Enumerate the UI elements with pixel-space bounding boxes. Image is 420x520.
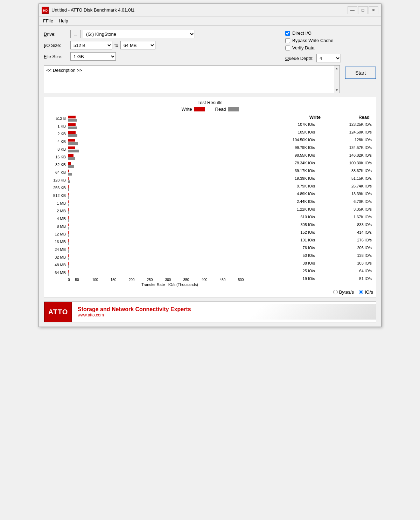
radio-group: Bytes/s IO/s (333, 289, 373, 295)
verify-data-checkbox[interactable] (285, 46, 290, 50)
write-bar (68, 146, 75, 149)
test-results-title: Test Results (47, 100, 373, 105)
read-bar (68, 173, 72, 176)
data-read-value: 1.67K IO/s (330, 215, 372, 219)
menu-bar: FFile Help (39, 16, 381, 26)
data-write-value: 2.44K IO/s (276, 199, 315, 204)
data-row: 50 IO/s138 IO/s (275, 252, 373, 259)
bar-label: 512 B (47, 116, 68, 121)
bytes-radio[interactable] (333, 290, 338, 294)
data-write-value: 76 IO/s (276, 246, 315, 250)
write-bar (68, 123, 76, 126)
data-write-value: 1.22K IO/s (276, 207, 315, 211)
menu-file[interactable]: FFile (40, 17, 56, 25)
bypass-write-cache-row: Bypass Write Cache (285, 38, 376, 43)
file-size-select[interactable]: 1 GB (70, 52, 116, 61)
write-bar (68, 239, 69, 242)
bypass-write-cache-checkbox[interactable] (285, 38, 290, 43)
read-bar (68, 134, 77, 137)
data-row: 152 IO/s414 IO/s (275, 228, 373, 236)
io-size-from-select[interactable]: 512 B (70, 41, 112, 49)
verify-data-row: Verify Data (285, 45, 376, 50)
start-button[interactable]: Start (345, 67, 376, 79)
bars-container (68, 176, 272, 184)
bars-container (68, 238, 272, 246)
bar-row: 16 MB (47, 238, 272, 246)
data-rows-container: 107K IO/s123.25K IO/s105K IO/s124.50K IO… (275, 121, 373, 282)
direct-io-label[interactable]: Direct I/O (292, 30, 312, 36)
data-table-header: Write Read (275, 115, 373, 120)
bar-label: 8 KB (47, 147, 68, 151)
maximize-button[interactable]: □ (358, 6, 368, 14)
chart-inner: 512 B1 KB2 KB4 KB8 KB16 KB32 KB64 KB128 … (47, 115, 272, 276)
footer-banner: ATTO Storage and Network Connectivity Ex… (44, 301, 376, 322)
queue-depth-select[interactable]: 4 (316, 54, 341, 62)
read-bar (68, 204, 69, 206)
data-read-value: 51.15K IO/s (330, 176, 372, 180)
data-write-value: 98.55K IO/s (276, 153, 315, 157)
read-bar (68, 165, 74, 168)
write-legend-color (194, 107, 205, 111)
x-axis: 050100150200250300350400450500 (68, 278, 272, 282)
data-write-value: 19.39K IO/s (276, 176, 315, 180)
read-legend-item: Read (215, 107, 239, 112)
data-read-value: 51 IO/s (330, 276, 372, 281)
x-tick: 50 (68, 278, 86, 282)
bar-row: 512 KB (47, 192, 272, 199)
minimize-button[interactable]: — (348, 6, 357, 14)
x-axis-title: Transfer Rate - IO/s (Thousands) (68, 282, 272, 287)
bar-label: 2 MB (47, 209, 68, 213)
bars-container (68, 253, 272, 261)
atto-logo-text: ATTO (48, 308, 68, 316)
io-size-row: I/O Size: 512 B to 64 MB (44, 41, 278, 49)
browse-button[interactable]: ... (70, 30, 81, 38)
bars-container (68, 115, 272, 122)
menu-help[interactable]: Help (56, 17, 71, 25)
chart-and-data: 512 B1 KB2 KB4 KB8 KB16 KB32 KB64 KB128 … (47, 115, 373, 287)
write-bar (68, 270, 69, 273)
title-bar: HD Untitled - ATTO Disk Benchmark 4.01.0… (39, 4, 381, 16)
scroll-up-arrow[interactable]: ▲ (335, 66, 339, 70)
atto-tagline: Storage and Network Connectivity Experts… (72, 304, 376, 320)
drive-select[interactable]: (G:) KingStone (83, 30, 195, 38)
verify-data-label[interactable]: Verify Data (292, 45, 315, 50)
io-size-to-select[interactable]: 64 MB (120, 41, 155, 49)
ios-radio[interactable] (359, 290, 363, 294)
bars-container (68, 192, 272, 199)
data-row: 19.39K IO/s51.15K IO/s (275, 175, 373, 182)
data-write-value: 152 IO/s (276, 230, 315, 234)
direct-io-checkbox[interactable] (285, 31, 290, 36)
bar-row: 4 KB (47, 138, 272, 145)
data-read-value: 3.35K IO/s (330, 207, 372, 211)
data-write-value: 25 IO/s (276, 269, 315, 273)
bar-row: 2 KB (47, 130, 272, 138)
bars-container (68, 169, 272, 176)
description-box[interactable]: << Description >> ▲ ▼ (44, 65, 340, 93)
write-bar (68, 208, 69, 211)
data-row: 38 IO/s103 IO/s (275, 259, 373, 267)
left-controls: Drive: ... (G:) KingStone I/O Size: 512 … (44, 30, 278, 61)
scroll-down-arrow[interactable]: ▼ (335, 88, 339, 92)
close-button[interactable]: ✕ (369, 6, 378, 14)
drive-label: Drive: (44, 32, 68, 37)
bytes-label[interactable]: Bytes/s (339, 289, 354, 295)
description-text: << Description >> (46, 68, 82, 73)
data-write-value: 50 IO/s (276, 253, 315, 258)
read-bar (68, 150, 79, 152)
write-bar (68, 247, 69, 249)
bar-label: 32 KB (47, 163, 68, 167)
title-bar-left: HD Untitled - ATTO Disk Benchmark 4.01.0… (42, 7, 134, 14)
data-row: 305 IO/s833 IO/s (275, 221, 373, 228)
bars-container (68, 223, 272, 230)
read-bar (68, 180, 70, 183)
read-bar (68, 242, 69, 245)
x-tick: 250 (141, 278, 159, 282)
data-row: 78.34K IO/s100.30K IO/s (275, 159, 373, 167)
write-bar (68, 177, 69, 180)
bypass-write-cache-label[interactable]: Bypass Write Cache (292, 38, 334, 43)
read-bar (68, 188, 69, 191)
ios-label[interactable]: IO/s (365, 289, 373, 295)
data-write-value: 38 IO/s (276, 261, 315, 265)
description-scrollbar[interactable]: ▲ ▼ (334, 66, 340, 93)
bars-container (68, 215, 272, 223)
